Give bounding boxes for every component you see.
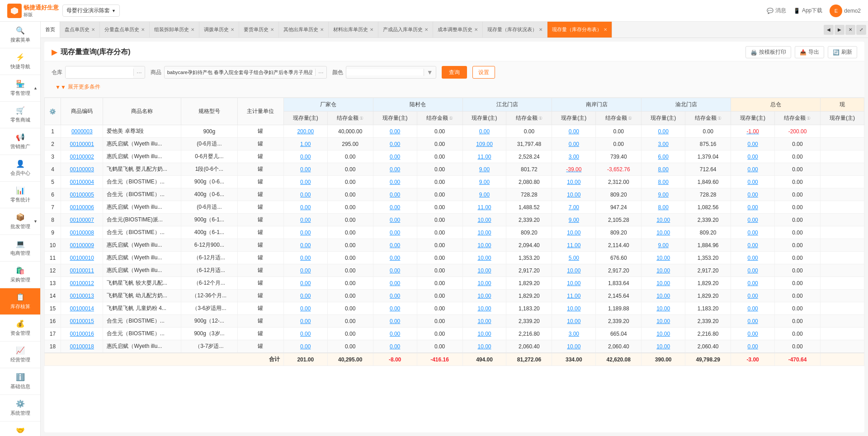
- sidebar-item-label: 采购管理: [10, 277, 30, 283]
- sidebar-item-label: 经营管理: [10, 356, 30, 363]
- user-btn[interactable]: E demo2: [830, 5, 861, 17]
- color-input[interactable]: [346, 69, 424, 75]
- tab-stock-dist[interactable]: 现存量（库存分布表） ✕: [547, 22, 612, 38]
- tab-finished-in[interactable]: 产成品入库单历史 ✕: [378, 22, 433, 38]
- expand-conditions-btn[interactable]: ▼▼ 展开更多条件: [52, 81, 104, 93]
- td-f-qty: 0.00: [283, 252, 327, 264]
- tab-inventory-check[interactable]: 盘点单历史 ✕: [60, 22, 100, 38]
- sidebar-item-inventory[interactable]: 📋 库存核算: [0, 288, 40, 315]
- sidebar-item-basic[interactable]: ℹ️ 基础信息: [0, 368, 40, 395]
- sidebar-item-purchase[interactable]: 🛍️ 采购管理: [0, 262, 40, 288]
- warehouse-input[interactable]: [66, 66, 133, 79]
- tab-home[interactable]: 首页: [41, 22, 60, 38]
- td-code: 00100007: [61, 214, 103, 226]
- close-icon[interactable]: ✕: [270, 27, 274, 32]
- sidebar-item-marketing[interactable]: 📢 营销推广: [0, 128, 40, 155]
- close-icon[interactable]: ✕: [604, 27, 607, 32]
- sidebar-item-ecommerce[interactable]: 💻 电商管理: [0, 235, 40, 262]
- settings-btn[interactable]: 设置: [472, 66, 495, 79]
- td-name: 合生元（BIOSTIME）...: [103, 188, 181, 201]
- td-j-amt: 2,339.20: [506, 315, 552, 328]
- close-icon[interactable]: ✕: [370, 27, 373, 32]
- sidebar-item-finance[interactable]: 💰 资金管理: [0, 315, 40, 342]
- close-icon[interactable]: ✕: [91, 27, 95, 32]
- sidebar-item-system[interactable]: ⚙️ 系统管理: [0, 395, 40, 422]
- td-n-qty: 10.00: [552, 188, 596, 201]
- td-name: 合生元（BIOSTIME）...: [103, 315, 181, 328]
- sidebar-item-operations[interactable]: 📈 经营管理: [0, 342, 40, 368]
- sidebar-item-label: 基础信息: [10, 383, 30, 390]
- tab-requisition[interactable]: 要货单历史 ✕: [239, 22, 279, 38]
- store-selector[interactable]: 母婴行业演示陈套 ▼: [62, 5, 120, 17]
- close-icon[interactable]: ✕: [231, 27, 234, 32]
- td-x-qty: [820, 163, 864, 176]
- export-btn[interactable]: 📥 导出: [795, 46, 824, 58]
- td-total-l-qty: -8.00: [373, 353, 417, 366]
- info-icon[interactable]: ①: [807, 116, 811, 121]
- tab-stock-status[interactable]: 现存量（库存状况表） ✕: [483, 22, 547, 38]
- info-icon[interactable]: ①: [449, 116, 453, 121]
- sidebar-item-quicknav[interactable]: ⚡ 快捷导航: [0, 48, 40, 75]
- wholesale-icon: 📦: [16, 213, 25, 221]
- sidebar-item-search[interactable]: 🔍 搜索英单: [0, 22, 40, 48]
- product-input[interactable]: [165, 70, 315, 75]
- sidebar-item-member[interactable]: 👤 会员中心: [0, 155, 40, 182]
- td-f-qty: 0.00: [283, 150, 327, 163]
- td-l-qty: 0.00: [373, 328, 417, 340]
- color-dropdown-btn[interactable]: ▼: [424, 69, 436, 76]
- td-l-amt: 0.00: [417, 328, 462, 340]
- info-icon[interactable]: ①: [538, 116, 542, 121]
- tab-other-out[interactable]: 其他出库单历史 ✕: [279, 22, 329, 38]
- td-y-qty: 10.00: [642, 277, 685, 290]
- close-icon[interactable]: ✕: [425, 27, 428, 32]
- product-dots-btn[interactable]: ···: [315, 69, 326, 76]
- table-row: 17 00100016 合生元（BIOSTIME）... 900g（3岁... …: [45, 328, 864, 340]
- close-icon[interactable]: ✕: [320, 27, 324, 32]
- td-j-amt: 0.00: [506, 125, 552, 138]
- collab-icon: 🤝: [16, 426, 25, 435]
- th-spec: 规格型号: [181, 98, 237, 125]
- tab-partial-check[interactable]: 分量盘点单历史 ✕: [100, 22, 150, 38]
- td-spec: （6-12月适...: [181, 264, 237, 277]
- sidebar-item-label: 资金管理: [10, 330, 30, 337]
- close-icon[interactable]: ✕: [539, 27, 542, 32]
- sidebar-item-collab[interactable]: 🤝 企业协同: [0, 422, 40, 436]
- close-icon[interactable]: ✕: [474, 27, 478, 32]
- tab-transfer[interactable]: 调拨单历史 ✕: [199, 22, 239, 38]
- td-l-qty: 0.00: [373, 315, 417, 328]
- td-seq: 7: [45, 201, 61, 214]
- table-container[interactable]: ⚙️ 商品编码 商品名称 规格型号 主计量单位 厂家仓 陆村仓 江北门店 南岸门…: [44, 98, 864, 432]
- tab-expand-btn[interactable]: ⤢: [856, 25, 866, 35]
- product-label: 商品: [151, 69, 161, 76]
- app-download-btn[interactable]: 📱 App下载: [793, 7, 822, 14]
- message-btn[interactable]: 💬 消息: [767, 7, 786, 14]
- tab-prev-btn[interactable]: ◀: [824, 25, 834, 35]
- close-icon[interactable]: ✕: [191, 27, 194, 32]
- td-seq: 4: [45, 163, 61, 176]
- sidebar-item-wholesale[interactable]: 📦 批发管理 ▼: [0, 208, 40, 235]
- warehouse-dots-btn[interactable]: ···: [133, 69, 145, 76]
- tab-close-btn[interactable]: ✕: [845, 25, 855, 35]
- sidebar-item-retail-mall[interactable]: 🛒 零售商城: [0, 102, 40, 128]
- tab-next-btn[interactable]: ▶: [835, 25, 844, 35]
- close-icon[interactable]: ✕: [141, 27, 145, 32]
- tab-assembly[interactable]: 组装拆卸单历史 ✕: [150, 22, 199, 38]
- td-j-qty: 11.00: [462, 150, 506, 163]
- td-z-amt: 0.00: [775, 340, 821, 353]
- gear-icon[interactable]: ⚙️: [49, 108, 56, 115]
- sidebar-item-retail-mgmt[interactable]: 🏪 零售管理 ▲: [0, 75, 40, 102]
- sidebar-item-retail-stats[interactable]: 📊 零售统计: [0, 182, 40, 208]
- tab-cost-adjust[interactable]: 成本调整单历史 ✕: [433, 22, 483, 38]
- info-icon[interactable]: ①: [628, 116, 632, 121]
- tab-material-out[interactable]: 材料出库单历史 ✕: [329, 22, 378, 38]
- info-icon[interactable]: ①: [359, 116, 363, 121]
- refresh-btn[interactable]: 🔄 刷新: [828, 46, 857, 58]
- query-btn[interactable]: 查询: [442, 66, 467, 79]
- td-code: 00100011: [61, 264, 103, 277]
- info-icon[interactable]: ①: [717, 116, 722, 121]
- td-l-qty: 0.00: [373, 138, 417, 150]
- print-btn[interactable]: 🖨️ 按模板打印: [745, 46, 791, 58]
- sidebar-item-label: 零售统计: [10, 197, 30, 203]
- th-gear[interactable]: ⚙️: [45, 98, 61, 125]
- td-unit: 罐: [237, 125, 283, 138]
